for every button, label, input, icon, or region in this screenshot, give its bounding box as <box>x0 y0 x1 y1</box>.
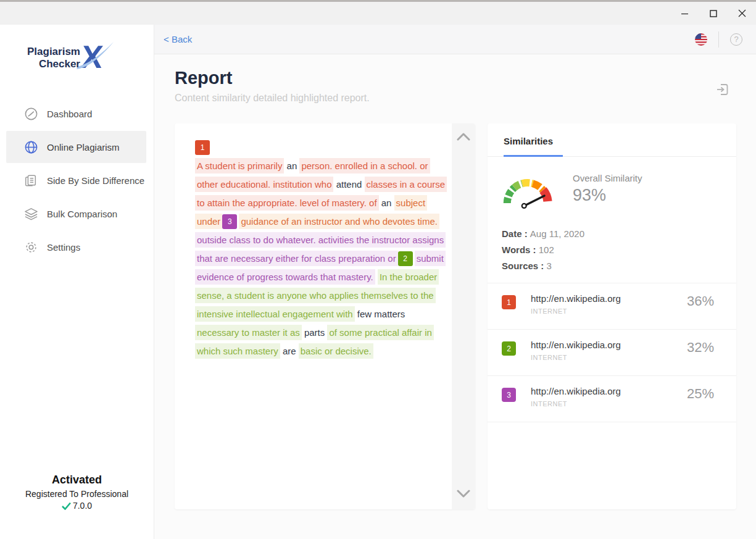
activation-version: 7.0.0 <box>0 501 154 511</box>
source-row[interactable]: 1 http://en.wikipedia.org INTERNET 36% <box>488 283 736 330</box>
scroll-down-button[interactable] <box>457 490 470 501</box>
plain-text: attend <box>333 179 364 190</box>
plain-text: parts <box>302 327 328 338</box>
settings-icon <box>23 240 38 254</box>
sources-list: 1 http://en.wikipedia.org INTERNET 36% 2… <box>488 283 736 422</box>
source-type: INTERNET <box>531 400 621 407</box>
dashboard-icon <box>23 106 38 121</box>
source-url[interactable]: http://en.wikipedia.org <box>531 386 621 396</box>
logo-x-mark: X <box>77 41 115 75</box>
tab-similarities[interactable]: Similarities <box>504 136 563 157</box>
overall-similarity-value: 93% <box>573 186 642 205</box>
back-chevron-icon: < <box>164 34 169 44</box>
document-scrollbar[interactable] <box>452 123 475 509</box>
main-content: Report Content similarity detailed highl… <box>154 54 756 539</box>
detail-row: Words : 102 <box>502 242 736 258</box>
logo-line1: Plagiarism <box>27 46 80 58</box>
sidebar-item-settings[interactable]: Settings <box>6 231 146 263</box>
detail-row: Sources : 3 <box>502 258 736 274</box>
scroll-up-button[interactable] <box>457 132 470 143</box>
report-details: Date : Aug 11, 2020 Words : 102 Sources … <box>488 214 736 283</box>
source-url[interactable]: http://en.wikipedia.org <box>531 340 621 350</box>
similarities-tabs: Similarities <box>488 123 736 157</box>
activation-status: Activated <box>0 474 154 487</box>
source-percent: 36% <box>687 293 714 309</box>
online-plagiarism-icon <box>23 140 38 154</box>
highlighted-text-m1: A student is primarily <box>195 158 284 173</box>
logo-text: Plagiarism Checker <box>27 46 80 70</box>
help-glyph: ? <box>734 35 738 44</box>
plain-text: an <box>284 161 299 171</box>
source-row[interactable]: 3 http://en.wikipedia.org INTERNET 25% <box>488 376 736 422</box>
sidebar-nav: Dashboard Online Plagiarism Side By Side… <box>0 98 154 263</box>
sidebar-item-dashboard[interactable]: Dashboard <box>6 98 146 130</box>
window-titlebar <box>0 0 756 25</box>
sidebar-item-label: Bulk Comparison <box>47 209 117 219</box>
detail-label: Date : <box>502 228 530 239</box>
export-report-button[interactable] <box>715 82 730 99</box>
detail-value: 3 <box>547 261 552 271</box>
source-number-badge: 1 <box>502 295 516 309</box>
back-label: Back <box>172 34 192 44</box>
plain-text: an <box>379 198 394 208</box>
page-subtitle: Content similarity detailed highlighted … <box>175 93 370 104</box>
match-badge-3[interactable]: 3 <box>222 214 237 229</box>
sidebar: Plagiarism Checker X Dashboard Online Pl… <box>0 25 154 539</box>
detail-value: Aug 11, 2020 <box>530 228 584 239</box>
export-icon <box>715 82 730 97</box>
minimize-icon <box>681 10 689 17</box>
back-button[interactable]: < Back <box>164 34 192 44</box>
close-icon <box>738 9 746 17</box>
highlighted-text-m1b: guidance of an instructor and who devote… <box>239 214 439 229</box>
similarities-panel: Similarities Overall Similarity 93% Date… <box>488 123 736 509</box>
match-badge-1[interactable]: 1 <box>195 140 210 155</box>
logo-swoosh-icon <box>77 41 115 75</box>
document-text: 1A student is primarily an person. enrol… <box>175 123 451 375</box>
activation-registered: Registered To Professional <box>0 489 154 499</box>
source-number-badge: 3 <box>502 388 516 402</box>
language-flag-icon[interactable] <box>695 33 707 46</box>
sidebar-item-label: Settings <box>47 242 80 253</box>
sidebar-item-online-plagiarism[interactable]: Online Plagiarism <box>6 131 146 163</box>
detail-label: Sources : <box>502 261 547 271</box>
source-type: INTERNET <box>531 307 621 315</box>
overall-similarity-label: Overall Similarity <box>573 173 642 183</box>
detail-value: 102 <box>539 244 554 255</box>
check-icon <box>62 502 71 510</box>
chevron-up-icon <box>457 132 470 141</box>
sidebar-item-label: Online Plagiarism <box>47 142 120 153</box>
plain-text: few matters <box>355 309 405 319</box>
chevron-down-icon <box>457 490 470 498</box>
detail-label: Words : <box>502 244 539 255</box>
plain-text: are <box>280 346 299 356</box>
source-row[interactable]: 2 http://en.wikipedia.org INTERNET 32% <box>488 330 736 376</box>
sidebar-item-bulk-comparison[interactable]: Bulk Comparison <box>6 198 146 230</box>
source-type: INTERNET <box>531 354 621 361</box>
detail-row: Date : Aug 11, 2020 <box>502 226 736 242</box>
overall-similarity-row: Overall Similarity 93% <box>488 157 736 214</box>
source-url[interactable]: http://en.wikipedia.org <box>531 293 621 304</box>
source-percent: 25% <box>687 386 714 402</box>
bulk-comparison-icon <box>23 206 38 221</box>
sidebar-item-label: Side By Side Difference <box>47 175 144 186</box>
activation-block: Activated Registered To Professional 7.0… <box>0 474 154 511</box>
version-number: 7.0.0 <box>73 501 92 511</box>
highlighted-text-m2: necessary to master it as <box>195 325 302 340</box>
app-header-bar: < Back ? <box>154 25 756 54</box>
maximize-button[interactable] <box>699 2 728 25</box>
minimize-button[interactable] <box>671 2 699 25</box>
maximize-icon <box>710 10 717 17</box>
source-number-badge: 2 <box>502 341 516 356</box>
close-button[interactable] <box>728 2 756 25</box>
page-title: Report <box>175 68 232 88</box>
app-logo: Plagiarism Checker X <box>27 41 154 75</box>
logo-line2: Checker <box>27 58 80 70</box>
document-panel: 1A student is primarily an person. enrol… <box>175 123 475 509</box>
highlighted-text-m2: basic or decisive. <box>299 343 373 359</box>
sidebar-item-label: Dashboard <box>47 109 92 119</box>
source-percent: 32% <box>687 340 714 356</box>
match-badge-2[interactable]: 2 <box>398 251 413 266</box>
help-icon[interactable]: ? <box>730 33 742 46</box>
sidebar-item-side-by-side-difference[interactable]: Side By Side Difference <box>6 164 146 196</box>
side-by-side-difference-icon <box>23 173 38 188</box>
